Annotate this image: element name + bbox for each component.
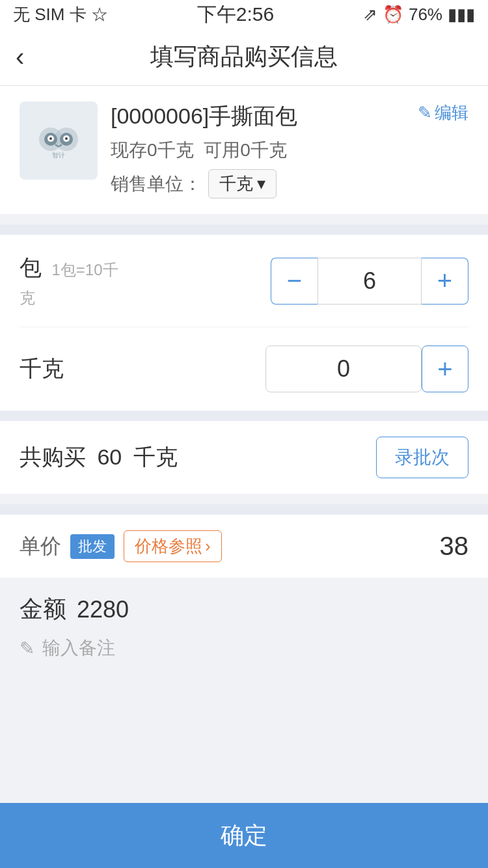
alarm-icon: ⏰: [383, 5, 403, 25]
status-left: 无 SIM 卡 ☆: [13, 3, 108, 26]
status-time: 下午2:56: [197, 1, 274, 28]
svg-point-7: [65, 137, 68, 140]
confirm-bar[interactable]: 确定: [0, 803, 488, 868]
pack-label: 包 1包=10千克: [20, 253, 124, 308]
amount-label: 金额: [20, 593, 66, 625]
remark-placeholder: 输入备注: [42, 636, 115, 660]
back-button[interactable]: ‹: [16, 42, 24, 72]
section-divider-3: [0, 504, 488, 515]
sim-label: 无 SIM 卡 ☆: [13, 3, 108, 26]
product-name: [0000006]手撕面包: [111, 102, 405, 131]
pack-plus-button[interactable]: +: [422, 258, 468, 305]
section-divider-1: [0, 224, 488, 235]
page-title: 填写商品购买信息: [150, 41, 338, 73]
nav-bar: ‹ 填写商品购买信息: [0, 29, 488, 86]
status-bar: 无 SIM 卡 ☆ 下午2:56 ⇗ ⏰ 76% ▮▮▮: [0, 0, 488, 29]
unit-select[interactable]: 千克 ▾: [208, 169, 277, 198]
chevron-down-icon: ▾: [257, 174, 265, 194]
edit-button[interactable]: ✎ 编辑: [418, 102, 468, 124]
kg-controls: 0 +: [265, 346, 468, 392]
pack-quantity-input[interactable]: [318, 258, 422, 305]
pack-minus-button[interactable]: −: [271, 258, 318, 305]
price-tag: 批发: [70, 534, 115, 559]
svg-point-6: [49, 137, 52, 140]
kg-row: 千克 0 +: [20, 327, 468, 411]
kg-plus-button[interactable]: +: [422, 346, 468, 392]
battery-label: 76%: [409, 5, 442, 25]
pack-row: 包 1包=10千克 − +: [20, 235, 468, 327]
product-card: 智计 [0000006]手撕面包 现存0千克 可用0千克 销售单位： 千克 ▾ …: [0, 86, 488, 214]
price-section: 单价 批发 价格参照 › 38: [0, 515, 488, 578]
amount-section: 金额 2280 ✎ 输入备注: [0, 578, 488, 673]
battery-icon: ▮▮▮: [448, 5, 475, 25]
pack-controls: − +: [271, 258, 468, 305]
price-label: 单价: [20, 532, 61, 561]
total-text: 共购买 60 千克: [20, 442, 178, 472]
product-thumbnail: 智计: [20, 102, 98, 180]
status-right: ⇗ ⏰ 76% ▮▮▮: [363, 5, 475, 25]
price-value: 38: [440, 532, 469, 561]
product-stock: 现存0千克 可用0千克: [111, 138, 405, 163]
location-icon: ⇗: [363, 5, 377, 25]
amount-value: 2280: [77, 596, 129, 623]
quantity-section: 包 1包=10千克 − + 千克 0 +: [0, 235, 488, 411]
bottom-spacer: [0, 673, 488, 752]
amount-row: 金额 2280: [20, 593, 468, 625]
remark-row[interactable]: ✎ 输入备注: [20, 636, 468, 673]
chevron-right-icon: ›: [205, 536, 211, 556]
product-info: [0000006]手撕面包 现存0千克 可用0千克 销售单位： 千克 ▾: [111, 102, 405, 198]
total-section: 共购买 60 千克 录批次: [0, 421, 488, 494]
kg-quantity-display: 0: [265, 346, 422, 392]
price-ref-button[interactable]: 价格参照 ›: [124, 530, 222, 562]
product-unit-row: 销售单位： 千克 ▾: [111, 169, 405, 198]
kg-label: 千克: [20, 354, 124, 384]
edit-icon: ✎: [418, 103, 432, 123]
svg-text:智计: 智计: [52, 152, 65, 159]
remark-icon: ✎: [20, 638, 34, 659]
section-divider-2: [0, 411, 488, 421]
batch-button[interactable]: 录批次: [376, 437, 468, 478]
confirm-button[interactable]: 确定: [221, 820, 267, 852]
